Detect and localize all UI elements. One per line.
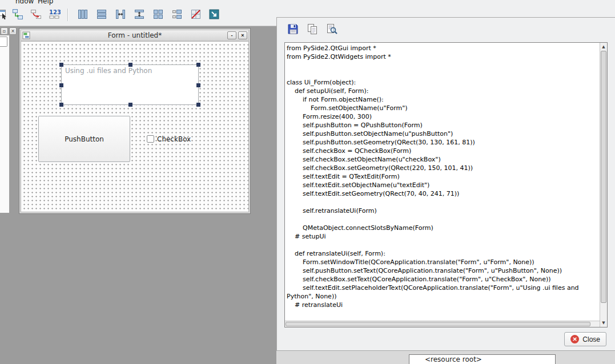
menubar: ndow Help xyxy=(0,0,615,5)
code-line: QMetaObject.connectSlotsByName(Form) xyxy=(287,224,598,232)
layout-splitter-vertical-button[interactable] xyxy=(131,6,147,22)
code-line: self.checkBox.setObjectName(u"checkBox") xyxy=(287,155,598,164)
code-line: self.pushButton.setText(QCoreApplication… xyxy=(287,266,598,275)
code-line: class Ui_Form(object): xyxy=(287,78,598,87)
form-canvas[interactable]: Using .ui files and Python PushButton Ch… xyxy=(21,41,249,212)
code-line xyxy=(287,70,598,78)
code-line: self.checkBox = QCheckBox(Form) xyxy=(287,147,598,155)
checkbox-label: CheckBox xyxy=(157,135,191,143)
layout-horizontal-button[interactable] xyxy=(75,6,91,22)
menu-help[interactable]: Help xyxy=(38,0,53,5)
code-line: self.pushButton.setGeometry(QRect(30, 13… xyxy=(287,138,598,147)
scrollbar-thumb[interactable] xyxy=(601,51,606,303)
resource-root-label: <resource root> xyxy=(425,355,482,363)
save-button[interactable] xyxy=(285,21,301,37)
copy-button[interactable] xyxy=(304,21,320,37)
edit-tab-order-icon: 123 xyxy=(48,8,61,21)
selection-handle[interactable] xyxy=(196,63,200,67)
close-window-button[interactable]: × xyxy=(238,31,247,39)
code-dialog-toolbar xyxy=(285,21,340,37)
form-window-icon xyxy=(22,31,30,39)
edit-tab-order-button[interactable]: 123 xyxy=(46,6,62,22)
vertical-scrollbar[interactable]: ▲ ▼ xyxy=(600,43,607,327)
code-line xyxy=(287,198,598,207)
copy-icon xyxy=(306,22,319,36)
scroll-up-icon[interactable]: ▲ xyxy=(600,43,607,51)
svg-text:123: 123 xyxy=(49,9,61,15)
edit-signals-slots-button[interactable] xyxy=(10,6,26,22)
checkbox-widget[interactable]: CheckBox xyxy=(147,127,204,151)
code-line: if not Form.objectName(): xyxy=(287,95,598,104)
dock-titlebar-fragment: ▫ × xyxy=(1,27,17,35)
break-layout-button[interactable] xyxy=(188,6,204,22)
toolbar-separator xyxy=(67,9,68,21)
horizontal-scrollbar[interactable] xyxy=(285,321,600,327)
edit-signals-slots-icon xyxy=(11,8,24,21)
code-line: # setupUi xyxy=(287,232,598,241)
code-line: self.textEdit.setGeometry(QRect(70, 40, … xyxy=(287,189,598,198)
code-line: self.textEdit = QTextEdit(Form) xyxy=(287,172,598,181)
code-line: Form.setWindowTitle(QCoreApplication.tra… xyxy=(287,258,598,266)
close-dialog-button[interactable]: ✕ Close xyxy=(564,332,606,346)
layout-grid-button[interactable] xyxy=(150,6,166,22)
code-line: # retranslateUi xyxy=(287,301,598,309)
form-titlebar[interactable]: Form - untitled* - × xyxy=(21,30,249,41)
close-button-label: Close xyxy=(582,335,600,343)
layout-vertical-button[interactable] xyxy=(94,6,110,22)
textedit-placeholder: Using .ui files and Python xyxy=(62,65,198,76)
save-icon xyxy=(286,22,300,36)
code-line: self.textEdit.setPlaceholderText(QCoreAp… xyxy=(287,284,598,301)
edit-buddies-icon xyxy=(30,8,42,21)
selection-handle[interactable] xyxy=(59,83,63,87)
menu-window[interactable]: ndow xyxy=(15,0,34,5)
code-line: self.checkBox.setText(QCoreApplication.t… xyxy=(287,275,598,284)
code-preview-dialog: from PySide2.QtGui import *from PySide2.… xyxy=(276,17,615,351)
code-line: self.retranslateUi(Form) xyxy=(287,207,598,215)
code-line: def retranslateUi(self, Form): xyxy=(287,249,598,258)
selection-handle[interactable] xyxy=(128,103,132,107)
horizontal-scrollbar-thumb[interactable] xyxy=(286,322,590,326)
minimize-button[interactable]: - xyxy=(227,31,236,39)
code-line: self.checkBox.setGeometry(QRect(220, 150… xyxy=(287,164,598,172)
layout-grid-icon xyxy=(152,8,164,21)
pushbutton-widget[interactable]: PushButton xyxy=(38,116,130,162)
code-editor[interactable]: from PySide2.QtGui import *from PySide2.… xyxy=(284,42,608,327)
layout-splitter-vertical-icon xyxy=(133,8,146,21)
selection-handle[interactable] xyxy=(59,63,63,67)
find-icon xyxy=(325,22,339,36)
code-line: self.pushButton = QPushButton(Form) xyxy=(287,121,598,130)
selection-handle[interactable] xyxy=(59,103,63,107)
code-line: from PySide2.QtGui import * xyxy=(287,44,598,52)
dock-close-icon[interactable]: × xyxy=(9,27,17,35)
code-line: Form.setObjectName(u"Form") xyxy=(287,104,598,112)
code-line xyxy=(287,215,598,224)
textedit-widget[interactable]: Using .ui files and Python xyxy=(61,64,199,105)
adjust-size-button[interactable] xyxy=(206,6,222,22)
code-line xyxy=(287,61,598,70)
selection-handle[interactable] xyxy=(196,83,200,87)
code-line xyxy=(287,241,598,249)
layout-splitter-horizontal-button[interactable] xyxy=(112,6,128,22)
code-line: def setupUi(self, Form): xyxy=(287,87,598,95)
checkbox-indicator[interactable] xyxy=(147,135,154,143)
edit-buddies-button[interactable] xyxy=(28,6,44,22)
filter-input-fragment[interactable] xyxy=(0,37,7,47)
code-line: from PySide2.QtWidgets import * xyxy=(287,52,598,61)
code-text[interactable]: from PySide2.QtGui import *from PySide2.… xyxy=(285,43,600,321)
edit-widgets-icon xyxy=(0,8,9,21)
selection-handle[interactable] xyxy=(196,103,200,107)
close-icon: ✕ xyxy=(570,335,579,343)
resource-root-item[interactable]: <resource root> xyxy=(409,354,556,364)
find-button[interactable] xyxy=(324,21,340,37)
code-line: self.pushButton.setObjectName(u"pushButt… xyxy=(287,130,598,138)
form-window-title: Form - untitled* xyxy=(21,31,248,39)
scroll-down-icon[interactable]: ▼ xyxy=(600,319,607,327)
layout-horizontal-icon xyxy=(77,8,89,21)
layout-form-icon xyxy=(171,8,183,21)
dock-float-icon[interactable]: ▫ xyxy=(1,27,8,35)
layout-form-button[interactable] xyxy=(169,6,185,22)
form-window[interactable]: Form - untitled* - × Using .ui files and… xyxy=(19,28,251,214)
code-line: Form.resize(400, 300) xyxy=(287,112,598,121)
selection-handle[interactable] xyxy=(128,63,132,67)
adjust-size-icon xyxy=(208,8,220,21)
